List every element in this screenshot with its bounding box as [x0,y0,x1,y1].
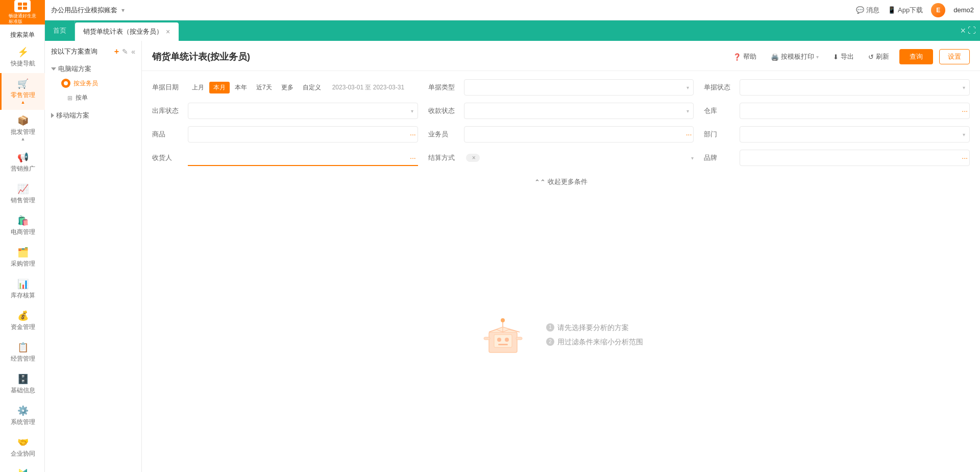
date-control: 上月 本月 本年 近7天 更多 自定义 2023-03-01 至 2023-03… [188,82,418,93]
date-tab-custom[interactable]: 自定义 [299,82,325,93]
warehouse-input[interactable] [740,103,970,119]
corp-icon: 🤝 [17,437,29,448]
receiver-input[interactable] [188,150,418,166]
sidebar-item-inventory[interactable]: 📊 库存核算 [0,273,45,305]
tab-bar-actions: × ⛶ [960,26,980,36]
edit-scheme-icon[interactable]: ✎ [122,48,128,56]
add-scheme-icon[interactable]: + [114,47,119,56]
date-tab-this-year[interactable]: 本年 [231,82,251,93]
date-label: 单据日期 [152,83,188,92]
empty-text: 1 请先选择要分析的方案 2 用过滤条件来缩小分析范围 [546,320,643,349]
scheme-subitem-by-order[interactable]: ⊞ 按单 [45,91,141,105]
page-title: 销货单统计表(按业务员) [152,51,250,63]
help-button[interactable]: ❓ 帮助 [729,50,761,63]
warehouse-dots-icon[interactable]: ··· [962,107,968,115]
payment-method-tag: × [466,154,480,162]
salesman-input[interactable] [464,126,694,143]
app-logo[interactable]: 畅捷通好生意 标准版 [0,0,45,25]
tab-close-all-icon[interactable]: × [960,26,966,36]
department-control: ▾ [740,126,970,143]
filter-doc-status: 单据状态 ▾ [704,79,970,96]
payment-method-arrow-icon: ▾ [691,155,694,161]
print-icon: 🖨️ [771,53,779,61]
date-tab-last-month[interactable]: 上月 [188,82,208,93]
collapse-more-button[interactable]: ⌃⌃ 收起更多条件 [152,173,970,188]
pay-status-select[interactable]: ▾ [464,103,694,119]
receiver-control: ··· [188,150,418,166]
sidebar-item-system[interactable]: ⚙️ 系统管理 [0,400,45,432]
empty-state: 1 请先选择要分析的方案 2 用过滤条件来缩小分析范围 [142,197,980,472]
sidebar-item-marketing[interactable]: 📢 营销推广 [0,147,45,178]
clear-tag-close-icon[interactable]: × [472,154,476,161]
refresh-button[interactable]: ↺ 刷新 [864,50,893,63]
doc-status-select[interactable]: ▾ [740,79,970,96]
sidebar-item-purchase[interactable]: 🗂️ 采购管理 [0,242,45,273]
date-tab-more[interactable]: 更多 [277,82,298,93]
department-select[interactable]: ▾ [740,126,970,143]
goods-dots-icon[interactable]: ··· [410,130,416,138]
tab-home[interactable]: 首页 [45,20,75,41]
scheme-item-by-salesman[interactable]: 按业务员 [45,76,141,91]
settings-button[interactable]: 设置 [939,49,970,64]
refresh-icon: ↺ [868,53,874,61]
svg-point-8 [505,338,509,342]
inventory-icon: 📊 [17,278,29,290]
goods-input[interactable] [188,126,418,143]
filter-warehouse: 仓库 ··· [704,103,970,119]
sidebar-item-shortcut[interactable]: ⚡ 快捷导航 [0,41,45,73]
salesman-dots-icon[interactable]: ··· [686,130,692,138]
retail-icon: 🛒 [17,78,29,89]
department-arrow-icon: ▾ [963,132,965,137]
date-tab-last-7[interactable]: 近7天 [252,82,276,93]
tab-maximize-icon[interactable]: ⛶ [968,26,976,35]
out-status-select[interactable]: ▾ [188,103,418,119]
scheme-group-mobile-header[interactable]: 移动端方案 [45,109,141,122]
sidebar-item-newbie[interactable]: 🔰 新手引导 [0,463,45,472]
warehouse-label: 仓库 [704,106,740,115]
receiver-dots-icon[interactable]: ··· [410,154,416,162]
shortcut-icon: ⚡ [17,46,29,58]
topbar-dropdown-icon[interactable]: ▾ [121,7,125,14]
sidebar-item-operation[interactable]: 📋 经营管理 [0,337,45,368]
scheme-group-pc-header[interactable]: 电脑端方案 [45,62,141,76]
tab-sales-stat[interactable]: 销货单统计表（按业务员） × [75,22,179,41]
sidebar: 畅捷通好生意 标准版 搜索菜单 ⚡ 快捷导航 🛒 零售管理 ▲ 📦 批发管理 ▲… [0,0,45,472]
print-button[interactable]: 🖨️ 按模板打印 ▾ [767,50,823,63]
filter-row-3: 商品 ··· 业务员 ··· [152,126,970,143]
doc-status-label: 单据状态 [704,83,740,92]
doc-type-control: ▾ [464,79,694,96]
sidebar-item-basic[interactable]: 🗄️ 基础信息 [0,368,45,400]
topbar-app-download[interactable]: 📱 App下载 [888,6,923,15]
sidebar-item-ecommerce[interactable]: 🛍️ 电商管理 [0,210,45,242]
filter-doc-type: 单据类型 ▾ [428,79,694,96]
filter-receiver: 收货人 ··· [152,150,418,166]
page-header-actions: ❓ 帮助 🖨️ 按模板打印 ▾ ⬇ 导出 ↺ 刷新 [729,49,970,64]
filter-row-4: 收货人 ··· 结算方式 × [152,150,970,166]
search-menu[interactable]: 搜索菜单 [0,25,45,41]
scheme-active-dot [61,79,70,88]
topbar-message[interactable]: 💬 消息 [856,6,879,15]
sidebar-item-corp[interactable]: 🤝 企业协同 [0,432,45,463]
sidebar-item-finance[interactable]: 💰 资金管理 [0,305,45,337]
user-name[interactable]: demo2 [953,6,974,14]
out-status-control: ▾ [188,103,418,119]
scheme-group-mobile: 移动端方案 [45,107,141,124]
user-avatar[interactable]: E [931,3,945,17]
date-tab-this-month[interactable]: 本月 [209,82,230,93]
export-icon: ⬇ [833,53,839,61]
tab-bar: 首页 销货单统计表（按业务员） × × ⛶ [45,20,980,41]
filter-goods: 商品 ··· [152,126,418,143]
collapse-panel-icon[interactable]: « [131,48,135,56]
export-button[interactable]: ⬇ 导出 [829,50,858,63]
doc-type-select[interactable]: ▾ [464,79,694,96]
sidebar-item-retail[interactable]: 🛒 零售管理 ▲ [0,73,45,110]
step-1-icon: 1 [546,323,554,332]
brand-input[interactable] [740,150,970,166]
tab-close-icon[interactable]: × [166,28,170,36]
query-button[interactable]: 查询 [899,49,933,64]
sidebar-item-wholesale[interactable]: 📦 批发管理 ▲ [0,110,45,147]
sidebar-item-sales[interactable]: 📈 销售管理 [0,178,45,210]
filter-salesman: 业务员 ··· [428,126,694,143]
brand-dots-icon[interactable]: ··· [962,154,968,162]
svg-rect-12 [484,337,490,340]
